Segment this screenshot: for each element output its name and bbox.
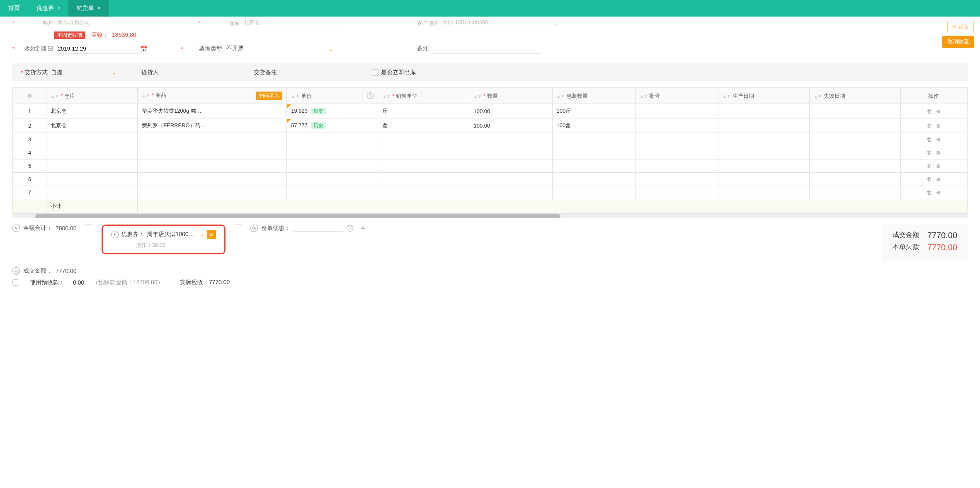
- sort-icon[interactable]: ▲▼: [382, 95, 391, 98]
- coupon-select[interactable]: 周年店庆满1000…: [147, 231, 194, 238]
- top-form-row: *客户 昕乐贸易公司 *仓库 北京仓 客户地址 张阳 18513400390 ⌄: [0, 17, 980, 31]
- chevron-down-icon[interactable]: ⌄: [553, 20, 558, 26]
- use-prepay-label: 使用预收款：: [30, 279, 65, 286]
- sort-icon[interactable]: ▲▼: [640, 95, 648, 98]
- address-field[interactable]: 张阳 18513400390: [443, 19, 551, 27]
- table-row[interactable]: 7🗑⊕: [13, 186, 967, 199]
- receivable-label: 应收：−18639.80: [91, 31, 136, 38]
- history-badge[interactable]: 历史: [311, 122, 326, 129]
- coupon-highlight-box: ¥ 优惠券： 周年店庆满1000… ⌄ ⟳ 抵扣：30.00: [102, 225, 226, 254]
- deduct-value: 30.00: [152, 242, 166, 248]
- horizontal-scrollbar[interactable]: [12, 214, 968, 218]
- deal-amount-value: 7770.00: [927, 231, 957, 240]
- tab-home[interactable]: 首页: [0, 0, 28, 17]
- picker-label: 提货人: [141, 69, 159, 76]
- order-discount-input[interactable]: [294, 225, 343, 232]
- total-amount-value: 7800.00: [56, 225, 77, 232]
- invoice-type-select[interactable]: 不开票: [226, 43, 326, 54]
- deal-amount-label: 成交金额：: [23, 267, 52, 275]
- sort-icon[interactable]: ▲▼: [291, 95, 299, 98]
- due-date-input[interactable]: [58, 44, 141, 54]
- owe-amount-value: 7770.00: [927, 243, 957, 252]
- items-table: ⚙ ▲▼*仓库 ▲▼*商品扫码录入 ▲▼单价 ? ▲▼*销售单位 ▲▼*数量 ▲…: [12, 87, 968, 214]
- table-row[interactable]: 1北京仓华美华夫软饼1200g 糕…19.923 历史斤100.00100斤🗑⊕: [13, 104, 967, 118]
- total-amount-label: 金额合计：: [23, 225, 52, 232]
- due-date-label: 收款到期日: [16, 45, 53, 53]
- delete-row-icon[interactable]: 🗑: [927, 176, 932, 182]
- discount-icon: %: [250, 225, 258, 232]
- gear-icon[interactable]: ⚙: [27, 93, 32, 99]
- tab-sales-order[interactable]: 销货单×: [68, 0, 109, 17]
- sort-icon[interactable]: ▲▼: [723, 95, 731, 98]
- cancel-logistics-button[interactable]: 取消物流: [942, 36, 974, 48]
- delete-row-icon[interactable]: 🗑: [927, 163, 932, 169]
- chevron-down-icon[interactable]: ⌄: [112, 69, 116, 76]
- add-row-icon[interactable]: ⊕: [936, 108, 941, 114]
- immediate-out-label: 是否立即出库: [381, 69, 416, 76]
- tab-bar: 首页 优惠券× 销货单×: [0, 0, 980, 17]
- delivery-remark-input[interactable]: [277, 68, 347, 77]
- sort-icon[interactable]: ▲▼: [142, 94, 150, 97]
- add-row-icon[interactable]: ⊕: [936, 176, 941, 182]
- delete-row-icon[interactable]: 🗑: [927, 150, 932, 156]
- invoice-type-label: 票据类型: [185, 45, 222, 53]
- customer-field[interactable]: 昕乐贸易公司: [58, 19, 157, 27]
- chevron-down-icon[interactable]: ⌄: [199, 231, 204, 238]
- use-prepay-checkbox[interactable]: [12, 279, 19, 286]
- actual-receive-value: 7770.00: [209, 279, 230, 285]
- table-row[interactable]: 3🗑⊕: [13, 133, 967, 146]
- sort-icon[interactable]: ▲▼: [557, 95, 565, 98]
- add-row-icon[interactable]: ⊕: [936, 163, 941, 169]
- order-discount-label: 整单优惠：: [261, 225, 290, 232]
- add-row-icon[interactable]: ⊕: [936, 189, 941, 196]
- table-row[interactable]: 2北京仓费列罗（FERRERO）巧…57.777 历史盒100.00100盒🗑⊕: [13, 118, 967, 133]
- tab-coupon[interactable]: 优惠券×: [28, 0, 68, 17]
- history-badge[interactable]: 历史: [311, 108, 326, 114]
- table-row[interactable]: 6🗑⊕: [13, 173, 967, 186]
- table-row[interactable]: 4🗑⊕: [13, 146, 967, 159]
- deal-icon: ◎: [12, 267, 20, 275]
- remark-label: 备注: [391, 45, 429, 53]
- sort-icon[interactable]: ▲▼: [51, 95, 59, 98]
- remark-input[interactable]: [433, 44, 541, 54]
- delete-row-icon[interactable]: 🗑: [927, 108, 932, 114]
- coupon-icon: ¥: [111, 231, 119, 238]
- account-period-badge: 不固定账期: [54, 31, 85, 39]
- table-row[interactable]: 5🗑⊕: [13, 159, 967, 173]
- calendar-icon[interactable]: 📅: [141, 46, 148, 52]
- add-row-icon[interactable]: ⊕: [936, 123, 941, 129]
- delete-row-icon[interactable]: 🗑: [927, 123, 932, 129]
- currency-icon: ¥: [12, 225, 20, 232]
- sort-icon[interactable]: ▲▼: [473, 95, 482, 98]
- sort-icon[interactable]: ▲▼: [814, 95, 822, 98]
- immediate-out-checkbox[interactable]: [372, 69, 378, 76]
- help-icon[interactable]: ?: [367, 92, 374, 99]
- delivery-bar: *交货方式 自提 ⌄ 提货人 交货备注 是否立即出库: [12, 63, 968, 81]
- refresh-coupon-button[interactable]: ⟳: [207, 230, 216, 239]
- equals-icon: =: [361, 225, 365, 231]
- add-row-icon[interactable]: ⊕: [936, 150, 941, 156]
- subtotal-label: 小计: [46, 199, 138, 214]
- use-prepay-value: 0.00: [73, 279, 84, 286]
- delivery-method-select[interactable]: 自提: [51, 69, 109, 76]
- deal-amount-value-2: 7770.00: [56, 268, 77, 274]
- delivery-remark-label: 交货备注: [254, 69, 277, 76]
- coupon-label: 优惠券：: [121, 231, 144, 238]
- delete-row-icon[interactable]: 🗑: [927, 136, 932, 143]
- chevron-down-icon[interactable]: ⌄: [328, 46, 333, 52]
- delete-row-icon[interactable]: 🗑: [927, 189, 932, 196]
- settings-button[interactable]: ⚙ 设置: [947, 21, 974, 33]
- totals-box: 成交金额7770.00 本单欠款7770.00: [882, 225, 968, 261]
- warehouse-field[interactable]: 北京仓: [244, 19, 343, 27]
- close-icon[interactable]: ×: [97, 5, 100, 11]
- picker-input[interactable]: [159, 68, 229, 77]
- help-icon[interactable]: ?: [347, 225, 353, 232]
- scan-input-badge[interactable]: 扫码录入: [256, 92, 282, 100]
- delivery-method-label: 交货方式: [24, 69, 48, 76]
- add-row-icon[interactable]: ⊕: [936, 136, 941, 143]
- close-icon[interactable]: ×: [57, 5, 60, 11]
